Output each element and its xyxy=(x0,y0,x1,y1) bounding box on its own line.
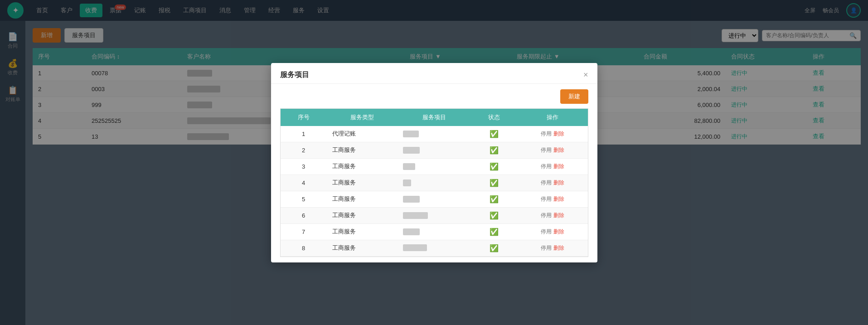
delete-button[interactable]: 删除 xyxy=(553,228,564,236)
modal-title: 服务项目 xyxy=(280,70,309,80)
modal-close-button[interactable]: × xyxy=(583,70,588,80)
svc-cell-action: 停用 删除 xyxy=(518,142,588,158)
stop-button[interactable]: 停用 xyxy=(541,163,552,170)
svc-cell-project: ████ xyxy=(398,191,471,207)
status-check-icon: ✅ xyxy=(490,146,499,154)
svc-cell-seq: 5 xyxy=(281,191,327,207)
list-item: 8 工商服务 ███注册 ✅ 停用 删除 xyxy=(281,240,588,256)
svc-cell-action: 停用 删除 xyxy=(518,158,588,175)
svc-cell-status: ✅ xyxy=(471,175,517,191)
svc-cell-type: 工商服务 xyxy=(327,207,398,223)
svc-cell-status: ✅ xyxy=(471,223,517,240)
svc-cell-action: 停用 删除 xyxy=(518,126,588,142)
svc-cell-status: ✅ xyxy=(471,126,517,142)
delete-button[interactable]: 删除 xyxy=(553,146,564,154)
delete-button[interactable]: 删除 xyxy=(553,130,564,138)
svc-cell-project: ████ xyxy=(398,142,471,158)
svc-cell-seq: 6 xyxy=(281,207,327,223)
stop-button[interactable]: 停用 xyxy=(541,212,552,219)
list-item: 5 工商服务 ████ ✅ 停用 删除 xyxy=(281,191,588,207)
svc-cell-seq: 7 xyxy=(281,223,327,240)
svc-cell-type: 代理记账 xyxy=(327,126,398,142)
svc-cell-project: ███1 xyxy=(398,126,471,142)
svc-cell-seq: 2 xyxy=(281,142,327,158)
svc-cell-status: ✅ xyxy=(471,240,517,256)
list-item: 4 工商服务 ██ ✅ 停用 删除 xyxy=(281,175,588,191)
svc-cell-action: 停用 删除 xyxy=(518,207,588,223)
delete-button[interactable]: 删除 xyxy=(553,212,564,219)
svc-cell-action: 停用 删除 xyxy=(518,223,588,240)
list-item: 1 代理记账 ███1 ✅ 停用 删除 xyxy=(281,126,588,142)
svc-cell-project: ██████ xyxy=(398,207,471,223)
svc-cell-action: 停用 删除 xyxy=(518,191,588,207)
svc-cell-status: ✅ xyxy=(471,158,517,175)
svc-cell-project: ██ xyxy=(398,175,471,191)
svc-cell-status: ✅ xyxy=(471,142,517,158)
status-check-icon: ✅ xyxy=(490,163,499,170)
modal-toolbar: 新建 xyxy=(280,89,588,104)
stop-button[interactable]: 停用 xyxy=(541,195,552,203)
list-item: 6 工商服务 ██████ ✅ 停用 删除 xyxy=(281,207,588,223)
modal-overlay[interactable]: 服务项目 × 新建 序号 服务类型 服务项目 状态 操作 xyxy=(0,0,868,325)
svc-col-type: 服务类型 xyxy=(327,109,398,126)
svc-col-action: 操作 xyxy=(518,109,588,126)
service-table-wrap[interactable]: 序号 服务类型 服务项目 状态 操作 1 代理记账 ███1 ✅ 停用 删除 2… xyxy=(280,108,588,257)
status-check-icon: ✅ xyxy=(490,130,499,138)
svc-cell-project: ████ xyxy=(398,223,471,240)
svc-cell-type: 工商服务 xyxy=(327,240,398,256)
svc-cell-type: 工商服务 xyxy=(327,175,398,191)
delete-button[interactable]: 删除 xyxy=(553,163,564,170)
delete-button[interactable]: 删除 xyxy=(553,179,564,187)
list-item: 3 工商服务 ███ ✅ 停用 删除 xyxy=(281,158,588,175)
svc-col-project: 服务项目 xyxy=(398,109,471,126)
modal-body: 新建 序号 服务类型 服务项目 状态 操作 1 代理记账 xyxy=(271,84,597,262)
status-check-icon: ✅ xyxy=(490,195,499,203)
stop-button[interactable]: 停用 xyxy=(541,228,552,236)
status-check-icon: ✅ xyxy=(490,228,499,236)
svc-cell-status: ✅ xyxy=(471,207,517,223)
svc-cell-type: 工商服务 xyxy=(327,158,398,175)
svc-cell-seq: 4 xyxy=(281,175,327,191)
status-check-icon: ✅ xyxy=(490,244,499,252)
svc-col-status: 状态 xyxy=(471,109,517,126)
svc-cell-seq: 1 xyxy=(281,126,327,142)
svc-cell-seq: 3 xyxy=(281,158,327,175)
service-modal: 服务项目 × 新建 序号 服务类型 服务项目 状态 操作 xyxy=(271,63,597,262)
svc-col-seq: 序号 xyxy=(281,109,327,126)
list-item: 7 工商服务 ████ ✅ 停用 删除 xyxy=(281,223,588,240)
stop-button[interactable]: 停用 xyxy=(541,244,552,252)
svc-cell-seq: 8 xyxy=(281,240,327,256)
list-item: 2 工商服务 ████ ✅ 停用 删除 xyxy=(281,142,588,158)
service-table: 序号 服务类型 服务项目 状态 操作 1 代理记账 ███1 ✅ 停用 删除 2… xyxy=(281,109,588,257)
stop-button[interactable]: 停用 xyxy=(541,146,552,154)
status-check-icon: ✅ xyxy=(490,179,499,187)
status-check-icon: ✅ xyxy=(490,212,499,219)
stop-button[interactable]: 停用 xyxy=(541,130,552,138)
modal-header: 服务项目 × xyxy=(271,63,597,84)
svc-cell-status: ✅ xyxy=(471,191,517,207)
svc-cell-type: 工商服务 xyxy=(327,142,398,158)
svc-cell-type: 工商服务 xyxy=(327,191,398,207)
svc-cell-action: 停用 删除 xyxy=(518,240,588,256)
svc-cell-type: 工商服务 xyxy=(327,223,398,240)
modal-new-button[interactable]: 新建 xyxy=(560,89,588,104)
svc-cell-action: 停用 删除 xyxy=(518,175,588,191)
svc-cell-project: ███注册 xyxy=(398,240,471,256)
delete-button[interactable]: 删除 xyxy=(553,195,564,203)
stop-button[interactable]: 停用 xyxy=(541,179,552,187)
delete-button[interactable]: 删除 xyxy=(553,244,564,252)
svc-cell-project: ███ xyxy=(398,158,471,175)
